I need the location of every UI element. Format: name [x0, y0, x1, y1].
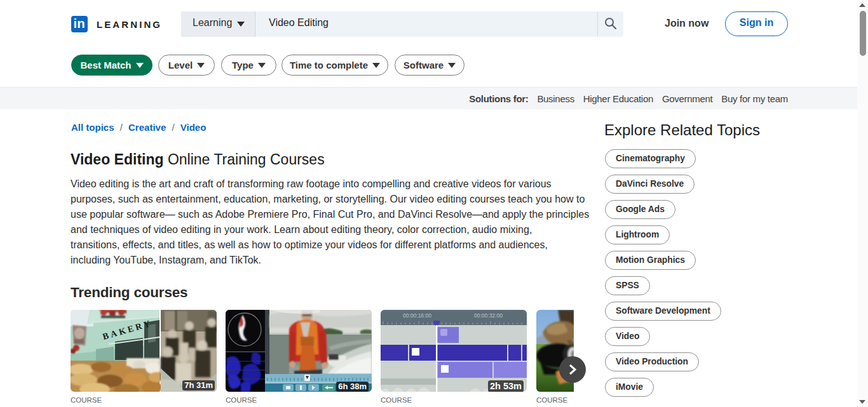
svg-text:00:00:32:00: 00:00:32:00	[474, 312, 503, 319]
svg-text:00:00:16:00: 00:00:16:00	[403, 312, 431, 319]
